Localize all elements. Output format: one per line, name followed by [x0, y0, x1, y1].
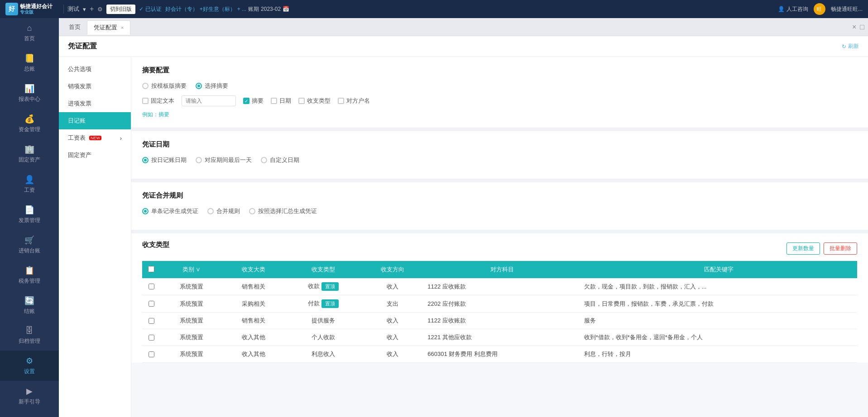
main-layout: ⌂ 首页 📒 总账 📊 报表中心 💰 资金管理 🏢 固定资产 👤 工资 📄 发票…	[0, 18, 868, 417]
left-nav: 公共选项 销项发票 进项发票 日记账 工资表 NEW ›	[59, 57, 131, 417]
checkbox-summary-box: ✓	[243, 98, 249, 104]
summary-config-title: 摘要配置	[142, 66, 857, 75]
cell-checkbox-0	[142, 278, 160, 295]
radio-custom-date[interactable]: 自定义日期	[261, 156, 299, 164]
header-settings-btn[interactable]: ⚙	[97, 6, 103, 13]
header-support-btn[interactable]: 👤 人工咨询	[778, 5, 808, 13]
table-header-row-el: 类别 ∨ 收支大类 收支类型 收支方向 对方科目 匹配关键字	[142, 261, 857, 278]
top-header: 好 畅捷通好会计 专业版 测试 ▾ + ⚙ 切到旧版 ✓ 已认证 好会计（专） …	[0, 0, 868, 18]
th-category: 类别 ∨	[160, 261, 223, 278]
th-account: 对方科目	[424, 261, 580, 278]
tab-voucher-config[interactable]: 凭证配置 ×	[87, 20, 130, 35]
tab-home[interactable]: 首页	[62, 20, 87, 34]
merge-rules-section: 凭证合并规则 单条记录生成凭证 合并规则 按照选择汇总生成凭证	[131, 182, 868, 233]
checkbox-summary[interactable]: ✓ 摘要	[243, 97, 264, 105]
sidebar-item-ledger[interactable]: 📒 总账	[0, 48, 59, 78]
checkbox-counterparty[interactable]: 对方户名	[338, 97, 370, 105]
checkbox-fixed-text[interactable]: 固定文本	[142, 97, 174, 105]
guide-icon: ▶	[26, 386, 33, 396]
left-nav-journal[interactable]: 日记账	[59, 112, 131, 129]
sidebar-item-funds[interactable]: 💰 资金管理	[0, 109, 59, 139]
sidebar-item-guide[interactable]: ▶ 新手引导	[0, 381, 59, 411]
radio-template-circle	[142, 83, 149, 89]
table-row: 系统预置 销售相关 收款 置顶 收入 1122 应收账款 欠款，现金，项目款，到…	[142, 278, 857, 295]
row-checkbox-0[interactable]	[149, 284, 154, 289]
header-dropdown-btn[interactable]: ▾	[83, 6, 86, 13]
left-nav-purchase-invoice[interactable]: 进项发票	[59, 95, 131, 112]
header-tag-certified: ✓ 已认证	[139, 5, 161, 13]
select-all-checkbox[interactable]	[148, 266, 154, 272]
page-header: 凭证配置 ↻ 刷新	[59, 36, 868, 57]
fixed-text-input[interactable]	[182, 95, 236, 106]
sidebar-item-settings[interactable]: ⚙ 设置	[0, 351, 59, 381]
update-btn[interactable]: 更新数量	[786, 242, 820, 255]
sidebar-item-settlement[interactable]: 🔄 结账	[0, 290, 59, 321]
cell-keywords-2: 服务	[580, 313, 857, 329]
cell-major-0: 销售相关	[223, 278, 285, 295]
radio-single[interactable]: 单条记录生成凭证	[142, 207, 198, 215]
left-nav-public[interactable]: 公共选项	[59, 61, 131, 78]
type-tag-btn-1[interactable]: 置顶	[321, 299, 339, 308]
checkbox-row: 固定文本 ✓ 摘要 日期 收支类型	[142, 95, 857, 106]
tab-close-icon[interactable]: ×	[121, 25, 124, 30]
radio-summary-gen[interactable]: 按照选择汇总生成凭证	[249, 207, 317, 215]
sidebar-item-purchase[interactable]: 🛒 进销台账	[0, 230, 59, 260]
merge-rules-radio-group: 单条记录生成凭证 合并规则 按照选择汇总生成凭证	[142, 207, 857, 215]
cell-direction-0: 收入	[362, 278, 424, 295]
radio-merge[interactable]: 合并规则	[207, 207, 240, 215]
header-tag1: 好会计（专）	[165, 5, 198, 13]
cell-type-1: 付款 置顶	[285, 295, 361, 313]
refresh-btn[interactable]: ↻ 刷新	[842, 43, 859, 50]
sidebar-item-salary[interactable]: 👤 工资	[0, 169, 59, 199]
radio-template[interactable]: 按模板版摘要	[142, 82, 187, 90]
checkbox-date[interactable]: 日期	[271, 97, 291, 105]
row-checkbox-3[interactable]	[149, 335, 154, 341]
cell-checkbox-3	[142, 329, 160, 346]
checkbox-income-type[interactable]: 收支类型	[298, 97, 331, 105]
left-nav-salary-table[interactable]: 工资表 NEW ›	[59, 129, 131, 147]
sidebar-item-assets[interactable]: 🏢 固定资产	[0, 139, 59, 169]
row-checkbox-2[interactable]	[149, 318, 154, 324]
table-body: 系统预置 销售相关 收款 置顶 收入 1122 应收账款 欠款，现金，项目款，到…	[142, 278, 857, 363]
header-switch-btn[interactable]: 切到旧版	[106, 5, 135, 14]
row-checkbox-1[interactable]	[149, 301, 154, 307]
income-expense-table: 类别 ∨ 收支大类 收支类型 收支方向 对方科目 匹配关键字	[142, 261, 857, 363]
ledger-icon: 📒	[24, 53, 34, 63]
tab-restore-icon[interactable]: ×	[852, 23, 856, 31]
cell-category-3: 系统预置	[160, 329, 223, 346]
table-action-btns: 更新数量 批量删除	[786, 242, 857, 255]
row-checkbox-4[interactable]	[149, 351, 154, 357]
radio-select-circle	[196, 83, 202, 89]
funds-icon: 💰	[24, 114, 34, 124]
cell-category-4: 系统预置	[160, 346, 223, 363]
radio-summary-gen-circle	[249, 208, 255, 214]
radio-select[interactable]: 选择摘要	[196, 82, 228, 90]
sidebar-item-archive[interactable]: 🗄 归档管理	[0, 321, 59, 351]
cell-major-4: 收入其他	[223, 346, 285, 363]
income-expense-section: 收支类型 更新数量 批量删除	[131, 233, 868, 363]
checkbox-income-type-box	[298, 98, 305, 104]
voucher-date-radio-group: 按日记账日期 对应期间最后一天 自定义日期	[142, 156, 857, 164]
cell-account-0: 1122 应收账款	[424, 278, 580, 295]
header-right: 👤 人工咨询 旺 畅捷通旺旺...	[778, 3, 863, 15]
sidebar-item-member[interactable]: ★ 畅会员	[0, 411, 59, 417]
cell-direction-2: 收入	[362, 313, 424, 329]
table-row: 系统预置 销售相关 提供服务 收入 1122 应收账款 服务	[142, 313, 857, 329]
radio-period-last[interactable]: 对应期间最后一天	[196, 156, 252, 164]
th-major: 收支大类	[223, 261, 285, 278]
sidebar-item-invoice[interactable]: 📄 发票管理	[0, 199, 59, 230]
sidebar-item-home[interactable]: ⌂ 首页	[0, 18, 59, 48]
delete-btn[interactable]: 批量删除	[824, 242, 857, 255]
sort-icon: ∨	[196, 266, 201, 273]
sidebar-item-reports[interactable]: 📊 报表中心	[0, 78, 59, 109]
logo-icon: 好	[5, 3, 18, 15]
cell-keywords-3: 收到*借款，收到*备用金，退回*备用金，个人	[580, 329, 857, 346]
settings-icon: ⚙	[26, 356, 33, 366]
tab-maximize-icon[interactable]: □	[860, 23, 864, 31]
radio-journal-date[interactable]: 按日记账日期	[142, 156, 187, 164]
type-tag-btn-0[interactable]: 置顶	[321, 282, 339, 291]
left-nav-fixed-assets[interactable]: 固定资产	[59, 147, 131, 164]
left-nav-sales-invoice[interactable]: 销项发票	[59, 78, 131, 95]
sidebar-item-tax[interactable]: 📋 税务管理	[0, 260, 59, 290]
header-add-btn[interactable]: +	[90, 5, 94, 13]
